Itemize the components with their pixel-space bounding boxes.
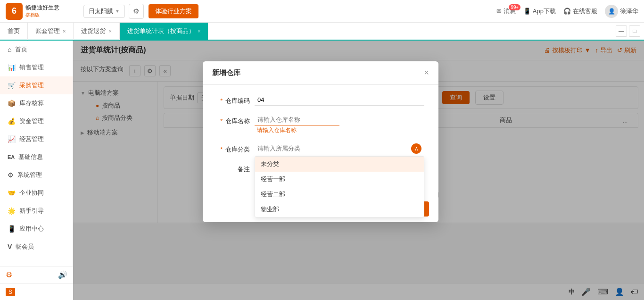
top-bar: 6 畅捷通好生意 搭档版 日太阳膜 ▼ ⚙ 体验行业方案 ✉ 消息 99+ 📱 …	[0, 0, 644, 23]
close-purchase-return-tab-icon[interactable]: ×	[108, 28, 111, 34]
code-label: * 仓库编码	[217, 94, 255, 105]
dialog-body: * 仓库编码 * 仓库名称 请输入仓库名称 *	[203, 85, 438, 196]
home-icon: ⌂	[8, 46, 11, 53]
sales-icon: 📊	[8, 64, 16, 71]
avatar: 👤	[605, 5, 618, 18]
warehouse-code-row: * 仓库编码	[217, 94, 424, 106]
trial-button[interactable]: 体验行业方案	[149, 4, 198, 18]
dialog-close-button[interactable]: ×	[424, 68, 429, 78]
logo-text: 畅捷通好生意 搭档版	[25, 4, 59, 18]
store-selector[interactable]: 日太阳膜 ▼	[83, 5, 125, 18]
operations-icon: 📈	[8, 135, 16, 143]
messages-button[interactable]: ✉ 消息 99+	[496, 7, 516, 16]
sidebar-item-system[interactable]: ⚙ 系统管理	[0, 166, 73, 184]
dropdown-option-0[interactable]: 未分类	[255, 157, 424, 172]
category-label: * 仓库分类	[217, 143, 255, 154]
sidebar-item-apps[interactable]: 📱 应用中心	[0, 220, 73, 238]
close-purchase-stats-tab-icon[interactable]: ×	[198, 28, 200, 34]
new-warehouse-dialog: 新增仓库 × * 仓库编码 * 仓库名称 请输入仓库名称	[203, 61, 438, 222]
store-name: 日太阳膜	[89, 7, 113, 16]
logo-area: 6 畅捷通好生意 搭档版	[6, 3, 79, 20]
online-service-button[interactable]: 🎧 在线客服	[563, 7, 597, 16]
sidebar-item-guide[interactable]: 🌟 新手引导	[0, 202, 73, 220]
sidebar-item-operations[interactable]: 📈 经营管理	[0, 130, 73, 148]
enterprise-icon: 🤝	[8, 189, 16, 197]
app-icon: 📱	[523, 8, 531, 15]
maximize-button[interactable]: □	[629, 25, 640, 37]
sidebar-item-sales[interactable]: 📊 销售管理	[0, 58, 73, 76]
finance-icon: 💰	[8, 117, 16, 125]
warehouse-name-row: * 仓库名称 请输入仓库名称	[217, 114, 424, 134]
sidebar-item-purchase[interactable]: 🛒 采购管理	[0, 76, 73, 94]
tab-actions: — □	[616, 25, 644, 37]
settings-button[interactable]: ⚙	[129, 4, 144, 19]
inventory-icon: 📦	[8, 100, 16, 107]
category-dropdown: ∧ 未分类 经营一部 经营二部 物业部	[255, 143, 424, 154]
apps-icon: 📱	[8, 225, 16, 233]
system-icon: ⚙	[8, 171, 14, 179]
close-accounts-tab-icon[interactable]: ×	[63, 28, 66, 34]
tab-accounts[interactable]: 账套管理 ×	[28, 22, 74, 40]
note-label: 备注	[217, 163, 255, 174]
settings-bottom-icon[interactable]: ⚙	[6, 270, 12, 279]
tab-purchase-stats[interactable]: 进货单统计表（按商品） ×	[120, 22, 208, 40]
name-error-message: 请输入仓库名称	[257, 126, 297, 134]
dialog-title: 新增仓库	[212, 68, 240, 77]
sidebar-item-finance[interactable]: 💰 资金管理	[0, 112, 73, 130]
minimize-button[interactable]: —	[616, 25, 627, 37]
audio-icon[interactable]: 🔊	[58, 270, 67, 279]
top-right-area: ✉ 消息 99+ 📱 App下载 🎧 在线客服 👤 徐泽华	[496, 5, 638, 18]
store-arrow-icon: ▼	[115, 8, 120, 14]
dropdown-option-1[interactable]: 经营一部	[255, 172, 424, 187]
tab-purchase-return[interactable]: 进货退货 ×	[74, 22, 119, 40]
sidebar-item-inventory[interactable]: 📦 库存核算	[0, 94, 73, 112]
guide-icon: 🌟	[8, 207, 16, 215]
dropdown-option-2[interactable]: 经营二部	[255, 187, 424, 202]
user-profile-button[interactable]: 👤 徐泽华	[605, 5, 638, 18]
purchase-icon: 🛒	[8, 82, 16, 89]
warehouse-code-input[interactable]	[255, 94, 424, 106]
category-input[interactable]	[255, 143, 424, 154]
category-dropdown-arrow-icon[interactable]: ∧	[411, 143, 421, 154]
logo-icon: 6	[6, 3, 23, 20]
dialog-header: 新增仓库 ×	[203, 61, 438, 85]
sidebar-item-home[interactable]: ⌂ 首页	[0, 41, 73, 58]
category-dropdown-list: 未分类 经营一部 经营二部 物业部	[255, 156, 424, 217]
sidebar: ⌂ 首页 📊 销售管理 🛒 采购管理 📦 库存核算 💰 资金管理 📈 经营管理 …	[0, 41, 73, 300]
warehouse-name-input[interactable]	[255, 114, 339, 125]
app-download-button[interactable]: 📱 App下载	[523, 7, 556, 16]
brand-logo-s: S	[6, 288, 15, 296]
tab-home[interactable]: 首页	[0, 22, 28, 40]
warehouse-category-row: * 仓库分类 ∧ 未分类 经营一部 经营二部 物业部	[217, 143, 424, 154]
headphone-icon: 🎧	[563, 8, 571, 15]
message-icon: ✉	[496, 8, 502, 15]
dropdown-option-3[interactable]: 物业部	[255, 202, 424, 217]
sidebar-item-membership[interactable]: V 畅会员	[0, 238, 73, 256]
sidebar-item-enterprise[interactable]: 🤝 企业协同	[0, 184, 73, 202]
gear-icon: ⚙	[133, 7, 139, 16]
membership-icon: V	[8, 243, 12, 250]
base-info-icon: EA	[8, 154, 15, 160]
name-label: * 仓库名称	[217, 115, 255, 125]
message-badge: 99+	[509, 4, 520, 10]
tab-bar: 首页 账套管理 × 进货退货 × 进货单统计表（按商品） × — □	[0, 23, 644, 41]
sidebar-item-base-info[interactable]: EA 基础信息	[0, 148, 73, 166]
